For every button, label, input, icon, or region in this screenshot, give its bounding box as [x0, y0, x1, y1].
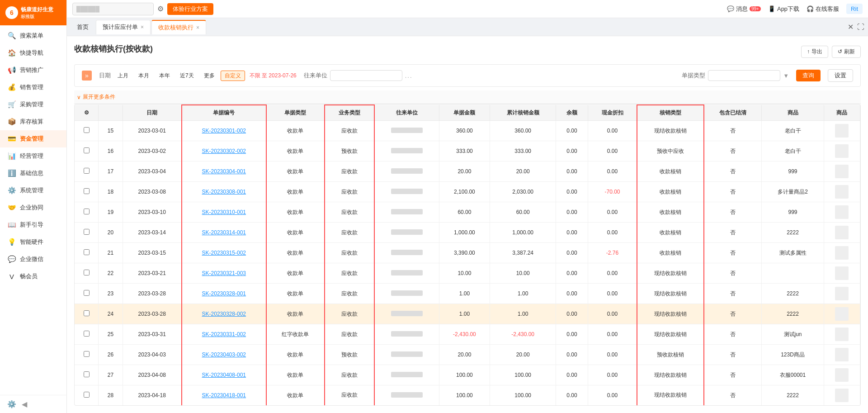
expand-conditions-btn[interactable]: ∨ 展开更多条件: [77, 93, 115, 101]
cell-checkbox[interactable]: [75, 263, 99, 284]
row-checkbox[interactable]: [84, 209, 90, 214]
row-checkbox[interactable]: [84, 229, 90, 235]
query-button[interactable]: 查询: [796, 70, 821, 81]
voucher-no-link[interactable]: SK-20230321-003: [202, 270, 246, 276]
voucher-no-link[interactable]: SK-20230314-001: [202, 229, 246, 236]
date-btn-this-month[interactable]: 本月: [134, 71, 153, 81]
refresh-button[interactable]: ↺ 刷新: [832, 46, 861, 58]
data-table-wrapper[interactable]: ⚙ 日期 单据编号 单据类型 业务类型 往来单位 单据金额 累计核销金额 余额 …: [74, 104, 861, 406]
cell-checkbox[interactable]: [75, 202, 99, 223]
sidebar-item-member[interactable]: V 畅会员: [0, 268, 66, 285]
user-avatar[interactable]: Rit: [846, 4, 863, 14]
sidebar-item-nav[interactable]: 🏠 快捷导航: [0, 44, 66, 62]
row-checkbox[interactable]: [84, 351, 90, 357]
sidebar-item-operations[interactable]: 📊 经营管理: [0, 147, 66, 165]
date-btn-last-month[interactable]: 上月: [113, 71, 132, 81]
cell-no: 17: [99, 161, 123, 182]
app-download-link[interactable]: 📱 App下载: [768, 5, 799, 13]
cell-checkbox[interactable]: [75, 284, 99, 304]
voucher-no-link[interactable]: SK-20230308-001: [202, 189, 246, 195]
date-btn-custom[interactable]: 自定义: [221, 71, 245, 81]
sidebar-item-basics[interactable]: ℹ️ 基础信息: [0, 165, 66, 182]
cell-cancel-type: 收款核销: [637, 223, 704, 243]
voucher-no-link[interactable]: SK-20230328-002: [202, 311, 246, 317]
row-checkbox[interactable]: [84, 371, 90, 377]
date-btn-7days[interactable]: 近7天: [176, 71, 198, 81]
tab-prepay[interactable]: 预计应应付单 ×: [96, 20, 151, 34]
cell-checkbox[interactable]: [75, 243, 99, 263]
cell-goods: 2222: [762, 223, 824, 243]
cell-checkbox[interactable]: [75, 365, 99, 385]
cell-checkbox[interactable]: [75, 324, 99, 345]
row-checkbox[interactable]: [84, 168, 90, 174]
tab-prepay-close[interactable]: ×: [141, 24, 144, 30]
voucher-no-link[interactable]: SK-20230310-001: [202, 209, 246, 215]
tab-collection[interactable]: 收款核销执行 ×: [151, 20, 206, 34]
voucher-no-link[interactable]: SK-20230408-001: [202, 372, 246, 378]
row-checkbox[interactable]: [84, 331, 90, 337]
cell-checkbox[interactable]: [75, 345, 99, 365]
message-badge: 99+: [750, 6, 761, 11]
voucher-no-link[interactable]: SK-20230302-002: [202, 148, 246, 154]
tab-home[interactable]: 首页: [71, 20, 95, 34]
sidebar-item-capital[interactable]: 💳 资金管理: [0, 130, 66, 147]
sidebar-item-enterprise[interactable]: 🤝 企业协同: [0, 199, 66, 216]
row-checkbox[interactable]: [84, 310, 90, 316]
sidebar-item-system[interactable]: ⚙️ 系统管理: [0, 182, 66, 199]
sidebar-item-marketing[interactable]: 📢 营销推广: [0, 62, 66, 79]
sidebar-item-inventory[interactable]: 📦 库存核算: [0, 113, 66, 130]
th-gear[interactable]: ⚙: [75, 105, 99, 121]
tab-expand-icon[interactable]: ⛶: [857, 23, 864, 31]
voucher-no-link[interactable]: SK-20230315-002: [202, 250, 246, 256]
row-checkbox[interactable]: [84, 147, 90, 153]
sidebar-item-sales[interactable]: 💰 销售管理: [0, 79, 66, 96]
wechat-icon: 💬: [7, 255, 16, 263]
cell-checkbox[interactable]: [75, 304, 99, 324]
voucher-no-link[interactable]: SK-20230301-002: [202, 128, 246, 134]
cell-checkbox[interactable]: [75, 385, 99, 406]
date-btn-more[interactable]: 更多: [200, 71, 219, 81]
sidebar-item-wechat[interactable]: 💬 企业微信: [0, 251, 66, 268]
date-btn-this-year[interactable]: 本年: [155, 71, 174, 81]
voucher-no-link[interactable]: SK-20230331-002: [202, 331, 246, 337]
cell-cancel-type: 收款核销: [637, 202, 704, 223]
row-checkbox[interactable]: [84, 127, 90, 133]
settings-footer-icon[interactable]: ⚙️: [7, 400, 16, 408]
row-checkbox[interactable]: [84, 188, 90, 194]
sidebar-item-search[interactable]: 🔍 搜索菜单: [0, 27, 66, 44]
cell-checkbox[interactable]: [75, 223, 99, 243]
voucher-no-link[interactable]: SK-20230403-002: [202, 351, 246, 358]
row-checkbox[interactable]: [84, 270, 90, 275]
cell-checkbox[interactable]: [75, 182, 99, 202]
sidebar-item-guide[interactable]: 📖 新手引导: [0, 216, 66, 233]
cell-checkbox[interactable]: [75, 141, 99, 161]
tab-close-all-icon[interactable]: ✕: [848, 23, 854, 31]
export-button[interactable]: ↑ 导出: [801, 46, 828, 58]
cell-checkbox[interactable]: [75, 161, 99, 182]
cell-voucher-no: SK-20230418-001: [182, 385, 266, 406]
sidebar-label-basics: 基础信息: [20, 169, 43, 177]
row-checkbox[interactable]: [84, 290, 90, 296]
cell-checkbox[interactable]: [75, 121, 99, 141]
sidebar-item-hardware[interactable]: 💡 智能硬件: [0, 233, 66, 251]
topbar-right: 💬 消息 99+ 📱 App下载 🎧 在线客服 Rit: [727, 4, 863, 14]
voucher-no-link[interactable]: SK-20230304-001: [202, 168, 246, 175]
tab-collection-close[interactable]: ×: [196, 24, 199, 31]
voucher-type-dropdown-icon[interactable]: ▼: [783, 72, 789, 79]
voucher-no-link[interactable]: SK-20230328-001: [202, 290, 246, 297]
collapse-icon[interactable]: ◀: [22, 400, 27, 408]
settings-button[interactable]: 设置: [828, 69, 853, 82]
messages-link[interactable]: 💬 消息 99+: [727, 5, 761, 13]
topbar-gear-icon[interactable]: ⚙: [157, 5, 164, 13]
voucher-type-input[interactable]: [708, 70, 780, 81]
sidebar-item-purchase[interactable]: 🛒 采购管理: [0, 96, 66, 113]
home-icon: 🏠: [7, 49, 16, 57]
partner-input[interactable]: [330, 70, 402, 81]
row-checkbox[interactable]: [84, 249, 90, 255]
filter-toggle-btn[interactable]: »: [82, 71, 92, 81]
solution-button[interactable]: 体验行业方案: [167, 3, 213, 15]
voucher-no-link[interactable]: SK-20230418-001: [202, 392, 246, 399]
row-checkbox[interactable]: [84, 392, 90, 398]
online-service-link[interactable]: 🎧 在线客服: [807, 5, 839, 13]
filter-date: 日期 上月 本月 本年 近7天 更多 自定义 不限 至 2023-07-26: [99, 71, 297, 81]
